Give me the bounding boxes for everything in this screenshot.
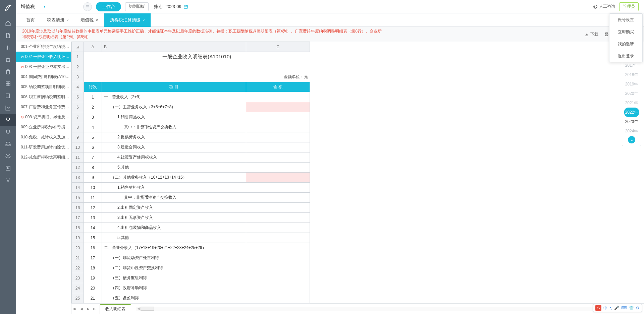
row-header[interactable]: 25 (72, 293, 84, 303)
tab-3[interactable]: 所得税汇算清缴× (104, 13, 151, 27)
cell-seq[interactable]: 15 (84, 233, 102, 243)
row-header[interactable]: 21 (72, 253, 84, 263)
rail-grid-icon[interactable] (0, 78, 16, 90)
ime-keyboard-icon[interactable]: ⌨ (621, 306, 627, 310)
cell-seq[interactable]: 8 (84, 163, 102, 173)
cell-seq[interactable]: 4 (84, 122, 102, 132)
year-more-button[interactable]: ⌄ (622, 136, 641, 144)
list-toggle-button[interactable] (83, 2, 92, 11)
cell-item[interactable]: 5.其他 (102, 163, 246, 173)
row-header[interactable]: 19 (72, 233, 84, 243)
rail-cup-icon[interactable] (0, 114, 16, 126)
year-item-2019年[interactable]: 2019年 (622, 79, 641, 89)
cell-seq[interactable]: 17 (84, 253, 102, 263)
cell-item[interactable]: 3.出租无形资产收入 (102, 213, 246, 223)
cell-item[interactable]: （二）非货币性资产交换利得 (102, 263, 246, 273)
rail-home-icon[interactable] (0, 17, 16, 29)
cell-item[interactable]: 二、营业外收入（17+18+19+20+21+22+23+24+25+26） (102, 243, 246, 253)
year-item-2021年[interactable]: 2021年 (622, 98, 641, 108)
cell-item[interactable]: 其中：非货币性资产交换收入 (102, 193, 246, 203)
form-item-11[interactable]: 012-减免所得税优惠明细表(… (16, 152, 71, 162)
cell-seq[interactable]: 9 (84, 173, 102, 183)
row-header[interactable]: 6 (72, 102, 84, 112)
ime-punct-icon[interactable]: •, (609, 306, 612, 310)
col-header-a[interactable]: A (84, 42, 102, 52)
row-header[interactable]: 1 (72, 52, 84, 62)
row-header[interactable]: 4 (72, 82, 84, 92)
tab-2[interactable]: 增值税× (74, 13, 104, 27)
cell-item[interactable]: （三）债务重组利得 (102, 273, 246, 283)
col-header-c[interactable]: C (246, 42, 310, 52)
cell-value[interactable] (246, 112, 310, 122)
cell-item[interactable]: 其中：非货币性资产交换收入 (102, 122, 246, 132)
cell-seq[interactable]: 1 (84, 92, 102, 102)
consult-link[interactable]: 人工咨询 (593, 4, 615, 9)
cell-value[interactable] (246, 233, 310, 243)
workspace-button[interactable]: 工作台 (96, 2, 121, 11)
cell-seq[interactable]: 10 (84, 183, 102, 193)
cell-value[interactable] (246, 263, 310, 273)
year-item-2020年[interactable]: 2020年 (622, 89, 641, 98)
cell-seq[interactable]: 13 (84, 213, 102, 223)
close-icon[interactable]: × (66, 18, 68, 22)
row-header[interactable]: 14 (72, 183, 84, 193)
cell-seq[interactable]: 12 (84, 203, 102, 213)
row-header[interactable]: 15 (72, 193, 84, 203)
cell-item[interactable]: 1.销售材料收入 (102, 183, 246, 193)
close-icon[interactable]: × (96, 18, 98, 22)
rail-inbox-icon[interactable] (0, 138, 16, 150)
form-item-2[interactable]: ⊘003-一般企业成本支出明细… (16, 62, 71, 72)
cell-value[interactable] (246, 293, 310, 303)
cell-value[interactable] (246, 132, 310, 142)
ime-lang[interactable]: 中 (603, 305, 607, 311)
cell-value[interactable] (246, 283, 310, 293)
user-menu-item-1[interactable]: 立即购买 (609, 26, 642, 38)
cell-seq[interactable]: 11 (84, 193, 102, 203)
module-chevron-icon[interactable]: ▾ (42, 4, 48, 9)
row-header[interactable]: 13 (72, 173, 84, 183)
user-menu-item-2[interactable]: 我的邀请 (609, 38, 642, 50)
form-item-4[interactable]: 005-纳税调整项目明细表(A1… (16, 82, 71, 92)
year-item-2024年[interactable]: 2024年 (622, 126, 641, 136)
cell-seq[interactable]: 5 (84, 132, 102, 142)
user-menu-item-3[interactable]: 退出登录 (609, 50, 642, 62)
cell-value[interactable] (246, 163, 310, 173)
user-menu-item-0[interactable]: 账号设置 (609, 14, 642, 26)
cell-value[interactable] (246, 213, 310, 223)
row-header[interactable]: 20 (72, 243, 84, 253)
cell-value[interactable] (246, 243, 310, 253)
row-header[interactable]: 22 (72, 263, 84, 273)
rail-chart-icon[interactable] (0, 42, 16, 54)
row-header[interactable]: 7 (72, 112, 84, 122)
row-header[interactable]: 16 (72, 203, 84, 213)
cell-value[interactable] (246, 183, 310, 193)
rail-play-icon[interactable] (0, 162, 16, 174)
cell-seq[interactable]: 18 (84, 263, 102, 273)
cell-value[interactable] (246, 223, 310, 233)
cell-value[interactable] (246, 122, 310, 132)
cell-seq[interactable]: 19 (84, 273, 102, 283)
form-item-7[interactable]: ⊘008-资产折旧、摊销及纳税… (16, 112, 71, 122)
year-item-2023年[interactable]: 2023年 (622, 117, 641, 126)
year-item-2022年[interactable]: 2022年 (624, 108, 639, 117)
row-header[interactable]: 17 (72, 213, 84, 223)
close-icon[interactable]: × (143, 18, 145, 22)
row-header[interactable]: 18 (72, 223, 84, 233)
ime-skin-icon[interactable]: 👕 (629, 306, 634, 310)
cell-seq[interactable]: 3 (84, 112, 102, 122)
sheet-hscroll[interactable]: ◀ ▶ (136, 307, 639, 311)
cell-seq[interactable]: 6 (84, 142, 102, 152)
cell-value[interactable] (246, 173, 310, 183)
form-item-9[interactable]: 010-免税、减计收入及加计… (16, 132, 71, 142)
row-header[interactable]: 3 (72, 72, 84, 82)
sheet-nav-last-icon[interactable]: ⏭ (92, 306, 98, 312)
admin-button[interactable]: 管理员 (619, 2, 639, 11)
row-header[interactable]: 12 (72, 163, 84, 173)
cell-value[interactable] (246, 193, 310, 203)
ime-toolbox-icon[interactable]: ⚙ (636, 306, 640, 310)
cell-item[interactable]: 一、营业收入（2+9） (102, 92, 246, 102)
cell-value[interactable] (246, 142, 310, 152)
cell-seq[interactable]: 7 (84, 152, 102, 163)
form-item-0[interactable]: 001-企业所得税年度纳税申… (16, 42, 71, 52)
row-header[interactable]: 2 (72, 62, 84, 72)
